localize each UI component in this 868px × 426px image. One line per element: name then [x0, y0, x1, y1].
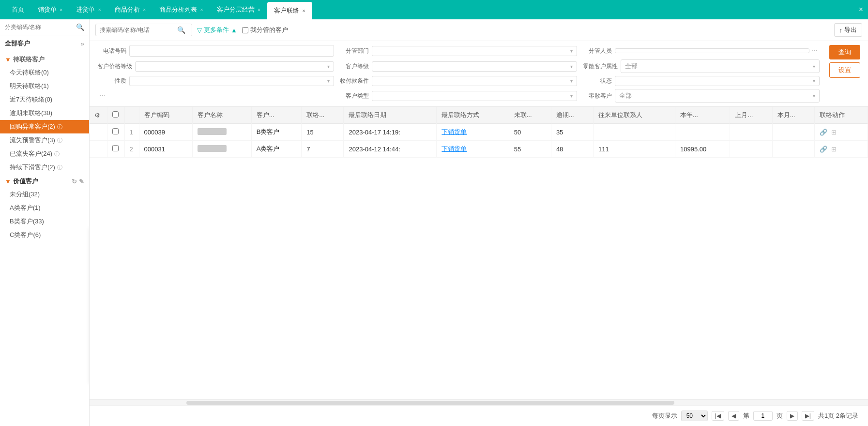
tab-sales[interactable]: 销货单 ×: [31, 0, 69, 19]
chevron-down-icon-3: ▾: [570, 64, 573, 69]
filter-customer-level-select[interactable]: ▾: [372, 61, 577, 72]
settings-button[interactable]: 设置: [829, 62, 860, 78]
filter-payment-select[interactable]: ▾: [372, 76, 577, 86]
cell-name-2: [192, 141, 251, 158]
edit-icon[interactable]: ✎: [79, 178, 84, 185]
link-icon-2[interactable]: 🔗: [820, 146, 827, 153]
search-icon[interactable]: 🔍: [177, 26, 185, 34]
last-page-button[interactable]: ▶|: [802, 411, 814, 421]
collapse-sidebar-button[interactable]: »: [81, 40, 84, 47]
total-pages-label: 共1页 2条记录: [818, 411, 858, 420]
query-button[interactable]: 查询: [829, 45, 860, 59]
page-suffix-label: 页: [777, 411, 783, 420]
more-conditions-button[interactable]: ▽ 更多条件 ▲: [197, 26, 237, 34]
sidebar-item-ungrouped[interactable]: 未分组(32): [0, 188, 89, 201]
filter-price-level-label: 客户价格等级: [97, 62, 132, 71]
link-icon-1[interactable]: 🔗: [820, 129, 827, 136]
first-page-button[interactable]: |◀: [712, 411, 724, 421]
grid-icon-1[interactable]: ⊞: [831, 129, 837, 136]
more-button[interactable]: ···: [809, 46, 820, 55]
tab-product-analysis-list[interactable]: 商品分析列表 ×: [152, 0, 210, 19]
col-last-contact-date: 最后联络日期: [344, 107, 437, 124]
close-tab-customer-contact[interactable]: ×: [302, 8, 305, 14]
filter-dept-select[interactable]: ▾: [372, 46, 577, 56]
col-unit-contact: 往来单位联系人: [594, 107, 675, 124]
cell-this-month-1: [772, 124, 814, 141]
filter-retail-customer-select[interactable]: 全部▾: [615, 89, 820, 103]
sidebar-item-loss-warning[interactable]: 流失预警客户(3) ⓘ: [0, 133, 89, 147]
grid-icon-2[interactable]: ⊞: [831, 146, 837, 153]
filter-customer-level-label: 客户等级: [340, 62, 369, 71]
filter-retail-attr-select[interactable]: 全部▾: [621, 59, 820, 73]
content-area: 🔍 ▽ 更多条件 ▲ 我分管的客户 ↑ 导出: [90, 19, 868, 426]
filter-row-3: 性质 ▾ 收付款条件 ▾ 状态: [97, 76, 820, 86]
row-checkbox-1[interactable]: [112, 128, 119, 134]
sidebar-item-lost[interactable]: 已流失客户(24) ⓘ: [0, 147, 89, 161]
prev-page-button[interactable]: ◀: [728, 411, 739, 421]
cell-date-2: 2023-04-12 14:44:: [344, 141, 437, 158]
cell-type-1: B类客户: [251, 124, 302, 141]
cell-num-1: 1: [124, 124, 139, 141]
chevron-down-icon: ▾: [570, 48, 573, 54]
filter-row-2: 客户价格等级 ▾ 客户等级 ▾ 零散客户属性: [97, 59, 820, 73]
filter-person-select[interactable]: [615, 48, 809, 53]
filter-status-select[interactable]: ▾: [615, 76, 820, 86]
tab-customer-contact[interactable]: 客户联络 ×: [267, 2, 312, 19]
col-checkbox: [107, 107, 124, 124]
method-link-2[interactable]: 下销货单: [442, 145, 467, 152]
filter-customer-type: 客户类型 ▾: [340, 91, 577, 101]
tab-home[interactable]: 首页: [5, 0, 31, 19]
sidebar-item-7days[interactable]: 近7天待联络(0): [0, 93, 89, 106]
sidebar-item-declining[interactable]: 持续下滑客户(2) ⓘ: [0, 161, 89, 174]
col-settings[interactable]: ⚙: [90, 107, 107, 124]
sidebar-item-tomorrow[interactable]: 明天待联络(1): [0, 79, 89, 93]
col-last-month: 上月...: [730, 107, 772, 124]
sidebar-all-customers-label: 全部客户: [5, 39, 30, 48]
sidebar-item-today[interactable]: 今天待联络(0): [0, 66, 89, 79]
sidebar-item-c-class[interactable]: C类客户(6): [0, 228, 89, 242]
filter-price-level-select[interactable]: ▾: [135, 61, 334, 72]
per-page-select[interactable]: 50 100 200: [681, 411, 708, 421]
close-tab-product-analysis[interactable]: ×: [143, 7, 146, 13]
filter-retail-customer-label: 零散客户: [583, 92, 612, 100]
cell-last-month-1: [730, 124, 772, 141]
sidebar-search-icon[interactable]: 🔍: [76, 23, 84, 31]
refresh-icon[interactable]: ↻: [72, 178, 77, 185]
filter-nature-select[interactable]: ▾: [129, 76, 334, 86]
tab-customer-tier[interactable]: 客户分层经营 ×: [210, 0, 267, 19]
row-checkbox-2[interactable]: [112, 145, 119, 151]
my-customers-checkbox[interactable]: [242, 27, 248, 33]
close-tab-customer-tier[interactable]: ×: [258, 7, 260, 13]
close-tab-product-analysis-list[interactable]: ×: [200, 7, 203, 13]
my-customers-filter[interactable]: 我分管的客户: [242, 26, 288, 34]
close-tab-purchase[interactable]: ×: [98, 7, 101, 13]
filter-more-placeholder: ···: [97, 91, 334, 100]
select-all-checkbox[interactable]: [112, 111, 119, 118]
filter-phone-input[interactable]: [129, 45, 334, 57]
scrollbar-track: [90, 400, 868, 405]
horizontal-scrollbar[interactable]: [90, 399, 868, 405]
sidebar-item-abnormal-repurchase[interactable]: 回购异常客户(2) ⓘ: [0, 120, 89, 133]
more-placeholder-button[interactable]: ···: [97, 91, 107, 100]
filter-area: 电话号码 分管部门 ▾ 分管人员: [90, 41, 868, 107]
page-number-input[interactable]: [753, 411, 773, 421]
method-link-1[interactable]: 下销货单: [442, 128, 467, 135]
close-tab-sales[interactable]: ×: [60, 7, 62, 13]
info-icon-lost: ⓘ: [54, 150, 60, 158]
filter-dept-label: 分管部门: [340, 47, 369, 55]
tab-purchase[interactable]: 进货单 ×: [69, 0, 107, 19]
chevron-down-icon-7: ▾: [813, 78, 815, 84]
search-input[interactable]: [100, 27, 177, 33]
sidebar-item-overdue[interactable]: 逾期未联络(30): [0, 106, 89, 120]
close-all-button[interactable]: ×: [859, 5, 863, 14]
sidebar-item-a-class[interactable]: A类客户(1): [0, 201, 89, 215]
sidebar-item-b-class[interactable]: B类客户(33): [0, 215, 89, 228]
scrollbar-thumb[interactable]: [186, 401, 674, 405]
next-page-button[interactable]: ▶: [787, 411, 798, 421]
cell-overdue-1: 35: [551, 124, 593, 141]
export-button[interactable]: ↑ 导出: [834, 23, 863, 37]
tab-product-analysis[interactable]: 商品分析 ×: [108, 0, 152, 19]
filter-customer-type-select[interactable]: ▾: [372, 91, 577, 101]
sidebar-search-input[interactable]: [5, 24, 76, 30]
cell-code-2: 000031: [139, 141, 192, 158]
